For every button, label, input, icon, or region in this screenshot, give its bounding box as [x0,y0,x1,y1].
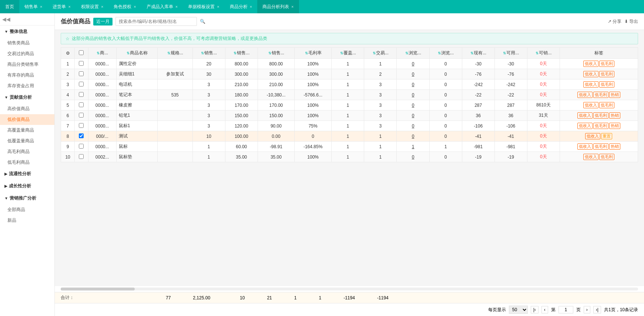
select-all-checkbox[interactable] [79,50,84,55]
cell-checkbox[interactable] [75,111,88,121]
page-number-input[interactable] [559,306,573,313]
browse-link[interactable]: 0 [412,113,415,118]
close-icon[interactable]: × [175,4,178,9]
sidebar-item-all-products[interactable]: 全部商品 [0,204,54,215]
col-coverage[interactable]: ⇅覆盖... [332,48,364,59]
sidebar-item-low-margin[interactable]: 低毛利商品 [0,157,54,168]
nav-sales-order[interactable]: 销售单 × [19,0,47,13]
nav-permission-settings[interactable]: 权限设置 × [76,0,108,13]
col-available[interactable]: ⇅可用... [494,48,527,59]
sidebar-item-high-value[interactable]: 高价值商品 [0,103,54,114]
nav-product-inbound[interactable]: 产成品入库单 × [141,0,183,13]
sidebar-item-low-value[interactable]: 低价值商品 [0,114,54,125]
sidebar-section-growth[interactable]: ▶ 成长性分析 [0,180,54,192]
nav-product-analysis-list[interactable]: 商品分析列表 × [257,0,299,13]
col-trade[interactable]: ⇅交易... [364,48,397,59]
row-checkbox[interactable] [79,144,84,149]
row-checkbox[interactable] [79,61,84,66]
cell-browse1[interactable]: 0 [397,79,429,90]
nav-template-settings[interactable]: 单据模板设置 × [183,0,224,13]
period-button[interactable]: 近一月 [93,18,113,26]
sidebar-section-overview[interactable]: ▼ 整体信息 [0,26,54,38]
close-icon[interactable]: × [250,4,252,9]
col-checkbox[interactable] [75,48,88,59]
sidebar-item-low-coverage[interactable]: 低覆盖量商品 [0,136,54,146]
sidebar-item-in-stock-products[interactable]: 有库存的商品 [0,70,54,81]
row-checkbox[interactable] [79,133,84,138]
cell-browse1[interactable]: 0 [397,100,429,111]
col-spec[interactable]: ⇅规格... [157,48,192,59]
nav-home[interactable]: 首页 [0,0,19,13]
row-checkbox[interactable] [79,92,84,97]
close-icon[interactable]: × [40,4,42,9]
row-checkbox[interactable] [79,113,84,118]
sidebar-item-sales-products[interactable]: 销售类商品 [0,38,54,48]
export-button[interactable]: ⬇ 导出 [624,18,638,25]
search-icon[interactable]: 🔍 [200,19,205,24]
cell-browse1[interactable]: 0 [397,152,429,162]
close-icon[interactable]: × [101,4,103,9]
row-checkbox[interactable] [79,71,84,76]
cell-checkbox[interactable] [75,142,88,152]
close-icon[interactable]: × [217,4,219,9]
cell-checkbox[interactable] [75,100,88,111]
sidebar-item-category-sales-rate[interactable]: 商品分类销售率 [0,59,54,70]
scrollbar-thumb[interactable] [61,288,135,290]
cell-browse1[interactable]: 1 [397,142,429,152]
cell-checkbox[interactable] [75,69,88,79]
page-size-select[interactable]: 50 100 200 [509,306,528,314]
nav-purchase-order[interactable]: 进货单 × [47,0,76,13]
cell-browse1[interactable]: 0 [397,111,429,121]
horizontal-scrollbar[interactable] [61,288,638,290]
cell-checkbox[interactable] [75,121,88,131]
prev-page-button[interactable]: ‹ [541,306,548,313]
col-browse2[interactable]: ⇅浏览... [429,48,462,59]
sidebar-collapse-btn[interactable]: ◀◀ [2,16,10,22]
cell-browse1[interactable]: 0 [397,90,429,100]
browse-link[interactable]: 0 [412,123,415,129]
sidebar-item-high-coverage[interactable]: 高覆盖量商品 [0,125,54,136]
last-page-button[interactable]: ›| [593,306,601,313]
close-icon[interactable]: × [291,4,294,9]
browse-link[interactable]: 0 [412,103,415,108]
browse-link[interactable]: 0 [412,82,415,87]
col-sale-amount[interactable]: ⇅销售... [258,48,294,59]
col-sale-price[interactable]: ⇅销售... [225,48,258,59]
col-code[interactable]: ⇅商... [88,48,116,59]
cell-checkbox[interactable] [75,90,88,100]
col-margin[interactable]: ⇅毛利率 [294,48,331,59]
next-page-button[interactable]: › [584,306,590,313]
browse-link[interactable]: 0 [412,72,415,77]
close-icon[interactable]: × [134,4,136,9]
cell-checkbox[interactable] [75,152,88,162]
col-current[interactable]: ⇅现有... [462,48,494,59]
col-sale-qty[interactable]: ⇅销售... [192,48,225,59]
share-button[interactable]: ↗ 分享 [608,18,621,25]
col-gear[interactable]: ⚙ [61,48,75,59]
row-checkbox[interactable] [79,102,84,107]
sidebar-item-high-margin[interactable]: 高毛利商品 [0,146,54,157]
first-page-button[interactable]: |‹ [531,306,539,313]
nav-role-auth[interactable]: 角色授权 × [108,0,141,13]
col-name[interactable]: ⇅商品名称 [116,48,157,59]
cell-browse1[interactable]: 0 [397,131,429,142]
browse-link[interactable]: 1 [412,144,415,149]
close-icon[interactable]: × [68,4,70,9]
cell-checkbox[interactable] [75,59,88,69]
row-checkbox[interactable] [79,154,84,159]
sidebar-item-new-products[interactable]: 新品 [0,215,54,226]
sidebar-item-traded-products[interactable]: 交易过的商品 [0,48,54,59]
sidebar-section-marketing[interactable]: ▼ 营销推广分析 [0,192,54,204]
browse-link[interactable]: 0 [412,61,415,67]
sidebar-item-inventory-funds[interactable]: 库存资金占用 [0,81,54,91]
sidebar-section-contribution[interactable]: ▼ 贡献值分析 [0,91,54,103]
row-checkbox[interactable] [79,82,84,86]
row-checkbox[interactable] [79,123,84,128]
nav-product-analysis[interactable]: 商品分析 × [225,0,257,13]
browse-link[interactable]: 0 [412,92,415,98]
browse-link[interactable]: 0 [412,134,415,139]
col-salable[interactable]: ⇅可销... [527,48,560,59]
cell-browse1[interactable]: 0 [397,59,429,69]
cell-checkbox[interactable] [75,131,88,142]
browse-link[interactable]: 0 [412,154,415,160]
